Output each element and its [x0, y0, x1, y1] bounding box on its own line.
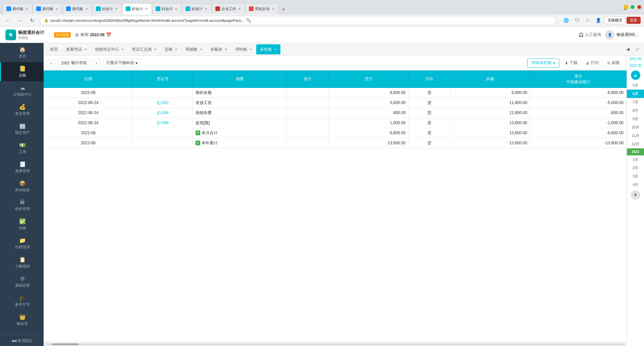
next-account-button[interactable]: › [93, 59, 100, 67]
filter-selector[interactable]: 只显示下级科目 ▾ [103, 59, 141, 67]
tab-balance-table[interactable]: 余额表 ✕ [207, 44, 231, 54]
scrollbar-thumb[interactable] [52, 343, 78, 345]
star-icon[interactable]: ☆ [583, 16, 592, 25]
browser-tab-1[interactable]: 易代账 ✕ [3, 3, 33, 14]
settings-icon[interactable]: ⚙ [75, 32, 79, 38]
browser-tab-4[interactable]: 好会计 ✕ [92, 3, 122, 14]
address-bar[interactable]: 🔒 cloud2.chanjet.com/accounting/uh26t264… [40, 16, 556, 25]
service-button[interactable]: 🎧 人工咨询 [579, 32, 601, 38]
voucher-link[interactable]: 记-004 [157, 110, 169, 115]
voucher-link[interactable]: 记-006 [157, 120, 169, 125]
timeline-month-9[interactable]: 9月 [627, 115, 644, 123]
horizontal-scrollbar[interactable] [44, 342, 627, 346]
download-button[interactable]: ⬇ 下载 [562, 59, 580, 67]
sidebar-item-invoice[interactable]: 🧾 发票管理 [0, 158, 44, 177]
sidebar-item-fund[interactable]: 💰 资金管理 [0, 100, 44, 119]
tab-view-voucher[interactable]: 查看凭证 ✕ [62, 44, 91, 54]
tab-general-ledger[interactable]: 总账 ✕ [161, 44, 181, 54]
tab-close-4[interactable]: ✕ [114, 7, 118, 11]
minimize-btn[interactable]: ⎯ [624, 5, 628, 9]
scrollbar-track[interactable] [45, 343, 625, 345]
sidebar-item-tax[interactable]: 🏛 税务管理 [0, 196, 44, 215]
browser-tab-7[interactable]: 好会计 ✕ [182, 3, 212, 14]
tab-expand-button[interactable]: ⤢ [633, 45, 641, 53]
cell-voucher[interactable]: 记-006 [132, 118, 193, 128]
forward-button[interactable]: → [15, 16, 25, 25]
sidebar-item-ledger[interactable]: 📒 总账 [0, 62, 44, 81]
voucher-link[interactable]: 记-002 [157, 100, 169, 105]
extension-icon-2[interactable]: 🛡 [572, 16, 582, 25]
tab-voucher-summary[interactable]: 凭证汇总表 ✕ [128, 44, 160, 54]
sidebar-item-inventory[interactable]: 📦 库存核算 [0, 177, 44, 196]
tab-home[interactable]: 首页 [46, 44, 62, 54]
tab-chrono-ledger[interactable]: 序时账 ✕ [231, 44, 256, 54]
special-multi-button[interactable]: 特殊多栏账 ▾ [527, 58, 559, 67]
tab-close-9[interactable]: ✕ [271, 7, 275, 11]
timeline-month-10[interactable]: 10月 [627, 123, 644, 132]
print-button[interactable]: 🖨 打印 [583, 59, 602, 67]
tab-close-3[interactable]: ✕ [85, 7, 89, 11]
user-info[interactable]: 👤 畅捷通B组... [605, 30, 639, 40]
browser-tab-6[interactable]: 好会计 ✕ [152, 3, 182, 14]
sidebar-item-settings[interactable]: ⚙ 基础设置 [0, 272, 44, 291]
timeline-month-7[interactable]: 7月 [627, 98, 644, 106]
sidebar-item-expense[interactable]: 📋 小畅报销 [0, 253, 44, 272]
tab-close-8[interactable]: ✕ [237, 7, 241, 11]
timeline-down-button[interactable]: ▼ [631, 190, 640, 200]
refresh-button[interactable]: ↻ [28, 16, 37, 25]
extension-icon-1[interactable]: 🌐 [561, 16, 571, 25]
maximize-btn[interactable]: □ [631, 5, 635, 9]
sidebar-item-archive[interactable]: 📁 归档管理 [0, 234, 44, 253]
tab-close-general-ledger[interactable]: ✕ [175, 48, 177, 51]
profile-icon[interactable]: 👤 [594, 16, 603, 25]
timeline-month-8[interactable]: 8月 [627, 106, 644, 115]
sidebar-item-guide[interactable]: 🎓 新手引导 [0, 291, 44, 310]
prev-account-button[interactable]: ‹ [48, 59, 55, 67]
tab-collapse-button[interactable]: ◀ [624, 45, 632, 53]
tab-close-view-voucher[interactable]: ✕ [84, 48, 87, 51]
search-icon[interactable]: 🔍 [246, 18, 251, 23]
tab-detail-ledger[interactable]: 明细账 ✕ [182, 44, 206, 54]
tab-close-multi-column[interactable]: ✕ [274, 48, 277, 51]
sidebar-item-asset[interactable]: 🏢 固定资产 [0, 119, 44, 139]
close-btn[interactable]: ✕ [637, 5, 641, 9]
sidebar-item-salary[interactable]: 💵 工资 [0, 139, 44, 158]
tab-multi-column[interactable]: 多栏账 ✕ [256, 44, 280, 54]
browser-tab-8[interactable]: 企业工作 ✕ [212, 3, 245, 14]
update-button[interactable]: 更新 [627, 17, 641, 24]
timeline-month-6[interactable]: 6月 [627, 90, 644, 98]
timeline-month-apr[interactable]: 4月 [627, 181, 644, 189]
demo-badge[interactable]: 演示账套 [54, 32, 71, 38]
tab-close-detail-ledger[interactable]: ✕ [200, 48, 202, 51]
refresh-button-toolbar[interactable]: ↻ 刷新 [604, 59, 623, 67]
tab-close-5[interactable]: ✕ [144, 7, 148, 11]
pin-button[interactable]: ◀◀ 取消固定 [0, 336, 44, 346]
sidebar-item-member[interactable]: 👑 畅会员 [0, 310, 44, 330]
timeline-month-feb[interactable]: 2月 [627, 164, 644, 172]
browser-tab-2[interactable]: 易代账 ✕ [33, 3, 62, 14]
tab-close-7[interactable]: ✕ [204, 7, 208, 11]
timeline-month-jan[interactable]: 1月 [627, 155, 644, 164]
timeline-month-11[interactable]: 11月 [627, 132, 644, 140]
timeline-month-5[interactable]: 5月 [627, 81, 644, 90]
wuhen-mode-button[interactable]: 无痕模式 [604, 16, 625, 24]
tab-smart-voucher[interactable]: 智能凭证中心 ✕ [91, 44, 127, 54]
back-button[interactable]: ← [3, 16, 13, 25]
account-selector[interactable]: 1002 银行存款 [58, 59, 90, 67]
timeline-month-12[interactable]: 12月 [627, 140, 644, 148]
tab-close-2[interactable]: ✕ [55, 7, 59, 11]
tab-close-smart-voucher[interactable]: ✕ [121, 48, 124, 51]
new-tab-button[interactable]: + [279, 5, 288, 14]
browser-tab-9[interactable]: 用友好业 ✕ [245, 3, 279, 14]
timeline-month-mar[interactable]: 3月 [627, 172, 644, 181]
tab-close-voucher-summary[interactable]: ✕ [154, 48, 157, 51]
tab-close-6[interactable]: ✕ [174, 7, 178, 11]
cell-voucher[interactable]: 记-004 [132, 108, 193, 118]
sidebar-item-cloud[interactable]: ☁ 云报表中心 [0, 81, 44, 100]
browser-tab-5[interactable]: 好会计 ✕ [122, 3, 152, 14]
browser-tab-3[interactable]: 易代账 ✕ [62, 3, 92, 14]
cell-voucher[interactable]: 记-002 [132, 98, 193, 108]
calendar-icon[interactable]: 📅 [106, 32, 111, 37]
sidebar-item-home[interactable]: 🏠 首页 [0, 43, 44, 62]
sidebar-item-close[interactable]: ✅ 结账 [0, 215, 44, 234]
